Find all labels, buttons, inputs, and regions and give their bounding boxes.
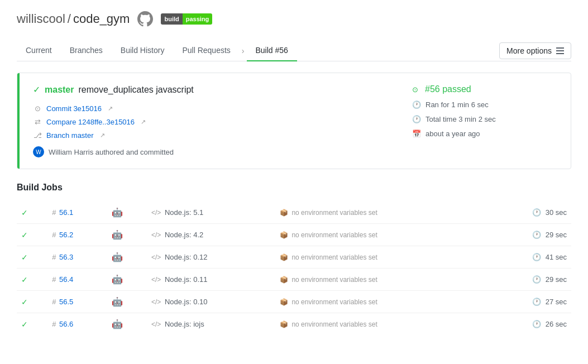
- compare-link[interactable]: Compare 1248ffe..3e15016: [46, 118, 135, 126]
- more-options-button[interactable]: More options: [499, 42, 571, 59]
- job-hash-icon: #: [52, 298, 56, 306]
- branch-row: ⎇ Branch master ↗: [33, 131, 390, 140]
- table-row: ✓ # 56.4 🤖 </> Node.js: 0.11 📦 no enviro…: [17, 269, 571, 291]
- job-robot-icon: 🤖: [112, 208, 123, 217]
- job-language-cell: </> Node.js: 0.11: [147, 269, 275, 291]
- passed-icon: ⊙: [412, 85, 418, 94]
- job-status-cell: ✓: [17, 313, 47, 336]
- job-code-icon: </>: [151, 209, 161, 217]
- badge-status-label: passing: [183, 13, 213, 25]
- job-clock-icon: 🕐: [532, 253, 541, 261]
- job-language-cell: </> Node.js: 5.1: [147, 202, 275, 224]
- job-status-cell: ✓: [17, 202, 47, 224]
- job-language-text: Node.js: 4.2: [165, 231, 203, 239]
- build-jobs-title: Build Jobs: [17, 183, 571, 193]
- job-language-cell: </> Node.js: 0.12: [147, 246, 275, 269]
- job-clock-icon: 🕐: [532, 298, 541, 306]
- job-status-cell: ✓: [17, 291, 47, 313]
- job-time-text: 41 sec: [546, 253, 567, 261]
- build-commit-msg: remove_duplicates javascript: [78, 85, 193, 95]
- job-env-icon: 📦: [280, 209, 288, 217]
- passed-row: ⊙ #56 passed: [412, 84, 557, 94]
- job-env-icon: 📦: [280, 298, 288, 306]
- job-number-link[interactable]: 56.5: [59, 298, 73, 306]
- job-check-icon: ✓: [21, 253, 28, 262]
- job-code-icon: </>: [151, 298, 161, 306]
- job-id-cell: # 56.2: [47, 224, 107, 246]
- job-env-cell: 📦 no environment variables set: [275, 202, 486, 224]
- job-code-icon: </>: [151, 253, 161, 261]
- job-icon-cell: 🤖: [107, 246, 147, 269]
- total-time-row: 🕐 Total time 3 min 2 sec: [412, 114, 557, 123]
- compare-external-icon: ↗: [141, 118, 146, 126]
- job-time-text: 30 sec: [546, 208, 567, 217]
- job-icon-cell: 🤖: [107, 224, 147, 246]
- build-title-row: ✓ master remove_duplicates javascript: [33, 84, 390, 95]
- job-number-link[interactable]: 56.2: [59, 231, 73, 239]
- branch-link[interactable]: Branch master: [46, 131, 94, 140]
- clock-icon-1: 🕐: [412, 100, 421, 109]
- github-icon: [137, 11, 153, 27]
- job-check-icon: ✓: [21, 231, 28, 240]
- repo-name: code_gym: [73, 12, 130, 26]
- job-language-text: Node.js: 5.1: [165, 208, 203, 217]
- job-env-text: no environment variables set: [291, 231, 377, 239]
- job-id-cell: # 56.1: [47, 202, 107, 224]
- more-options-label: More options: [506, 46, 552, 55]
- job-env-cell: 📦 no environment variables set: [275, 313, 486, 336]
- job-code-icon: </>: [151, 231, 161, 239]
- commit-hash-row: ⊙ Commit 3e15016 ↗: [33, 104, 390, 113]
- repo-owner: williscool: [17, 12, 65, 26]
- ran-for-text: Ran for 1 min 6 sec: [426, 100, 489, 109]
- job-env-text: no environment variables set: [291, 209, 377, 217]
- job-time-cell: 🕐 29 sec: [485, 269, 571, 291]
- job-icon-cell: 🤖: [107, 202, 147, 224]
- job-time-text: 27 sec: [546, 298, 567, 306]
- job-id-cell: # 56.3: [47, 246, 107, 269]
- total-time-text: Total time 3 min 2 sec: [426, 115, 496, 123]
- nav-pull-requests[interactable]: Pull Requests: [173, 40, 239, 61]
- job-clock-icon: 🕐: [532, 208, 541, 217]
- job-number-link[interactable]: 56.3: [59, 253, 73, 261]
- nav-branches[interactable]: Branches: [61, 40, 112, 61]
- job-language-cell: </> Node.js: iojs: [147, 313, 275, 336]
- author-row: W William Harris authored and committed: [33, 146, 390, 157]
- job-hash-icon: #: [52, 231, 56, 239]
- job-icon-cell: 🤖: [107, 269, 147, 291]
- nav-chevron-icon: ›: [242, 46, 245, 55]
- job-language-text: Node.js: 0.10: [165, 298, 208, 306]
- job-status-cell: ✓: [17, 269, 47, 291]
- job-icon-cell: 🤖: [107, 313, 147, 336]
- build-jobs-section: Build Jobs ✓ # 56.1 🤖 </> Node.js: 5.1 📦…: [17, 183, 571, 335]
- job-code-icon: </>: [151, 276, 161, 284]
- job-check-icon: ✓: [21, 320, 28, 329]
- branch-external-icon: ↗: [100, 132, 105, 139]
- job-time-cell: 🕐 26 sec: [485, 313, 571, 336]
- nav-build56[interactable]: Build #56: [247, 40, 297, 61]
- commit-hash-link[interactable]: Commit 3e15016: [46, 104, 102, 113]
- build-left: ✓ master remove_duplicates javascript ⊙ …: [33, 84, 390, 157]
- job-time-text: 29 sec: [546, 231, 567, 239]
- table-row: ✓ # 56.3 🤖 </> Node.js: 0.12 📦 no enviro…: [17, 246, 571, 269]
- nav-current[interactable]: Current: [17, 40, 61, 61]
- job-code-icon: </>: [151, 320, 161, 328]
- nav-build-history[interactable]: Build History: [112, 40, 174, 61]
- build-badge: build passing: [161, 13, 212, 25]
- job-number-link[interactable]: 56.4: [59, 275, 73, 284]
- build-card-inner: ✓ master remove_duplicates javascript ⊙ …: [17, 73, 571, 169]
- job-env-text: no environment variables set: [291, 253, 377, 261]
- build-branch[interactable]: master: [45, 85, 74, 95]
- build-card: ✓ master remove_duplicates javascript ⊙ …: [17, 73, 571, 169]
- page-container: williscool/code_gym build passing Curren…: [0, 0, 588, 364]
- job-env-cell: 📦 no environment variables set: [275, 291, 486, 313]
- compare-row: ⇄ Compare 1248ffe..3e15016 ↗: [33, 117, 390, 126]
- job-language-text: Node.js: iojs: [165, 320, 204, 328]
- job-number-link[interactable]: 56.6: [59, 320, 73, 328]
- ran-for-row: 🕐 Ran for 1 min 6 sec: [412, 100, 557, 109]
- job-env-icon: 📦: [280, 320, 288, 328]
- job-robot-icon: 🤖: [112, 252, 123, 262]
- job-language-cell: </> Node.js: 0.10: [147, 291, 275, 313]
- job-time-text: 26 sec: [546, 320, 567, 328]
- job-clock-icon: 🕐: [532, 320, 541, 328]
- job-number-link[interactable]: 56.1: [59, 208, 73, 217]
